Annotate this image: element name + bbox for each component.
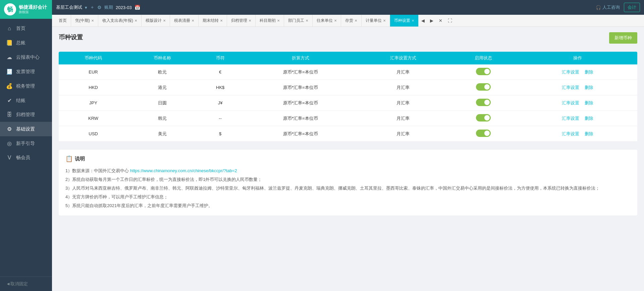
tab-close-all-btn[interactable]: ✕ [436, 16, 445, 25]
cell-name: 韩元 [128, 111, 197, 126]
cell-code: HKD [59, 80, 128, 95]
tab-收入支出表(年报)[interactable]: 收入支出表(年报) ✕ [98, 15, 142, 27]
dropdown-icon[interactable]: ▾ [85, 5, 87, 10]
sidebar-item-tax[interactable]: 💰税务管理 [0, 79, 52, 93]
sidebar-footer[interactable]: ◄取消固定 [0, 277, 52, 291]
tab-close-icon[interactable]: ✕ [383, 19, 386, 22]
nav-label-settlement: 结账 [16, 98, 25, 104]
data-source-link[interactable]: https://www.chinamoney.com.cn/chinese/bk… [130, 168, 237, 173]
add-icon[interactable]: ＋ [90, 4, 95, 10]
delete-link[interactable]: 删除 [585, 131, 593, 136]
tab-close-icon[interactable]: ✕ [334, 19, 337, 22]
delete-link[interactable]: 删除 [585, 116, 593, 121]
delete-link[interactable]: 删除 [585, 85, 593, 90]
account-button[interactable]: 会计 [624, 3, 640, 12]
toggle-switch[interactable] [476, 83, 491, 91]
cell-actions: 汇率设置删除 [518, 111, 637, 126]
tab-往来单位[interactable]: 往来单位 ✕ [313, 15, 341, 27]
tab-label: 模版设计 [146, 18, 162, 23]
tab-科目期初[interactable]: 科目期初 ✕ [256, 15, 284, 27]
delete-link[interactable]: 删除 [585, 100, 593, 105]
notes-content: 1）数据来源：中国外汇交易中心 https://www.chinamoney.c… [65, 166, 631, 210]
sidebar-item-ledger[interactable]: 📒总账 [0, 36, 52, 50]
cell-symbol: HK$ [197, 80, 244, 95]
company-name: 基层工会测试 [56, 4, 82, 10]
help-button[interactable]: 🎧 人工咨询 [596, 4, 620, 10]
tab-next-btn[interactable]: ▶ [427, 16, 436, 25]
logo-icon: 畅 [4, 3, 16, 15]
nav-label-reports: 云报表中心 [16, 54, 40, 60]
tab-prev-btn[interactable]: ◀ [419, 16, 427, 25]
tab-label: 凭(中期) [75, 18, 90, 23]
tab-部门员工[interactable]: 部门员工 ✕ [284, 15, 313, 27]
table-header-币符: 币符 [197, 52, 244, 64]
cell-code: KRW [59, 111, 128, 126]
tab-close-icon[interactable]: ✕ [91, 19, 94, 22]
cell-toggle [449, 64, 518, 80]
content-area: 币种设置 新增币种 币种代码币种名称币符折算方式汇率设置方式启用状态操作 EUR… [52, 27, 644, 291]
sidebar-item-member[interactable]: V畅会员 [0, 151, 52, 165]
tab-label: 计量单位 [366, 18, 382, 23]
tab-label: 收入支出表(年报) [102, 18, 133, 23]
cell-conversion: 原币*汇率=本位币 [244, 126, 357, 142]
toggle-switch[interactable] [476, 130, 491, 137]
table-row: EUR欧元€原币*汇率=本位币月汇率汇率设置删除 [59, 64, 637, 80]
tab-close-icon[interactable]: ✕ [192, 19, 194, 22]
tab-期末结转[interactable]: 期末结转 ✕ [199, 15, 227, 27]
sidebar-item-basic[interactable]: ⚙基础设置 [0, 122, 52, 136]
rate-setting-link[interactable]: 汇率设置 [562, 100, 579, 105]
period-label: 账期 [104, 4, 113, 10]
tab-首页[interactable]: 首页 [55, 15, 71, 27]
table-header-币种名称: 币种名称 [128, 52, 197, 64]
settings-icon[interactable]: ⚙ [97, 5, 102, 10]
cell-symbol: -- [197, 111, 244, 126]
tab-存货[interactable]: 存货 ✕ [341, 15, 362, 27]
tab-close-icon[interactable]: ✕ [306, 19, 308, 22]
rate-setting-link[interactable]: 汇率设置 [562, 85, 579, 90]
tab-expand-btn[interactable]: ⛶ [445, 16, 455, 25]
sidebar-item-invoice[interactable]: 🧾发票管理 [0, 64, 52, 79]
cell-conversion: 原币*汇率=本位币 [244, 111, 357, 126]
sidebar-item-guide[interactable]: ◎新手引导 [0, 136, 52, 151]
sidebar-item-reports[interactable]: ☁云报表中心 [0, 50, 52, 64]
tab-凭(中期)[interactable]: 凭(中期) ✕ [71, 15, 98, 27]
note-item-5: 5）系统只能自动抓取2021年度后的汇率，之前年度汇率需要用户手工维护。 [65, 201, 631, 210]
notes-section: 📋 说明 1）数据来源：中国外汇交易中心 https://www.chinamo… [59, 150, 637, 215]
tab-close-icon[interactable]: ✕ [277, 19, 280, 22]
tab-close-icon[interactable]: ✕ [249, 19, 251, 22]
cell-name: 欧元 [128, 64, 197, 80]
tab-close-icon[interactable]: ✕ [220, 19, 223, 22]
rate-setting-link[interactable]: 汇率设置 [562, 131, 579, 136]
toggle-switch[interactable] [476, 68, 491, 75]
nav-label-ledger: 总账 [16, 40, 25, 46]
logo-text: 畅捷通好会计 [19, 4, 47, 10]
currency-table: 币种代码币种名称币符折算方式汇率设置方式启用状态操作 EUR欧元€原币*汇率=本… [59, 52, 637, 142]
tab-close-icon[interactable]: ✕ [135, 19, 137, 22]
nav-label-member: 畅会员 [16, 155, 30, 161]
toggle-switch[interactable] [476, 114, 491, 122]
rate-setting-link[interactable]: 汇率设置 [562, 116, 579, 121]
table-row: JPY日圆J¥原币*汇率=本位币月汇率汇率设置删除 [59, 95, 637, 111]
nav-icon-member: V [6, 155, 13, 161]
new-currency-button[interactable]: 新增币种 [609, 32, 637, 44]
tab-close-icon[interactable]: ✕ [355, 19, 357, 22]
tab-币种设置[interactable]: 币种设置 ✕ [390, 15, 419, 27]
sidebar-item-settlement[interactable]: ✔结账 [0, 93, 52, 108]
sidebar-item-home[interactable]: ⌂首页 [0, 21, 52, 36]
main-area: 基层工会测试 ▾ ＋ ⚙ 账期 2023-03 📅 🎧 人工咨询 会计 首页凭(… [52, 0, 644, 291]
top-header: 基层工会测试 ▾ ＋ ⚙ 账期 2023-03 📅 🎧 人工咨询 会计 [52, 0, 644, 15]
sidebar-nav: ⌂首页📒总账☁云报表中心🧾发票管理💰税务管理✔结账🗄归档管理⚙基础设置◎新手引导… [0, 19, 52, 277]
tab-税表清册[interactable]: 税表清册 ✕ [170, 15, 199, 27]
calendar-icon[interactable]: 📅 [135, 5, 140, 10]
toggle-switch[interactable] [476, 99, 491, 106]
tab-计量单位[interactable]: 计量单位 ✕ [362, 15, 390, 27]
delete-link[interactable]: 删除 [585, 69, 593, 75]
cell-rate-type: 月汇率 [357, 126, 449, 142]
tab-模版设计[interactable]: 模版设计 ✕ [142, 15, 170, 27]
tab-归档管理[interactable]: 归档管理 ✕ [227, 15, 256, 27]
tab-close-icon[interactable]: ✕ [412, 19, 414, 22]
sidebar-item-archive[interactable]: 🗄归档管理 [0, 108, 52, 122]
rate-setting-link[interactable]: 汇率设置 [562, 69, 579, 75]
cell-symbol: J¥ [197, 95, 244, 111]
tab-close-icon[interactable]: ✕ [163, 19, 166, 22]
